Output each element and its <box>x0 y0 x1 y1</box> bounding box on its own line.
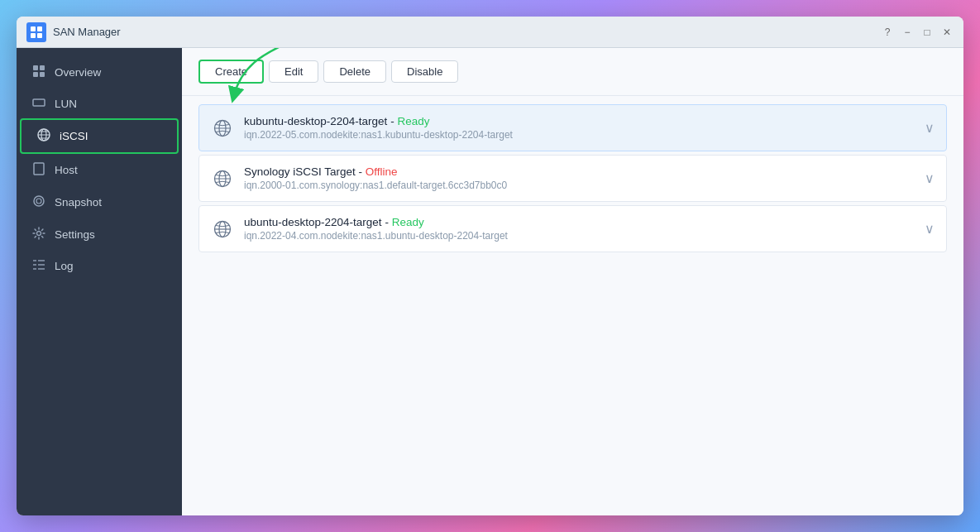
app-title: SAN Manager <box>53 26 881 38</box>
table-row[interactable]: ubuntu-desktop-2204-target - Ready iqn.2… <box>198 205 947 252</box>
titlebar: SAN Manager ? − □ ✕ <box>17 17 963 48</box>
sidebar-item-iscsi[interactable]: iSCSI <box>20 118 179 154</box>
log-icon <box>31 259 46 273</box>
target-status-1: Ready <box>397 115 429 127</box>
chevron-down-icon-1: ∨ <box>925 120 935 136</box>
sidebar-label-overview: Overview <box>55 66 101 79</box>
sidebar-label-log: Log <box>55 260 74 272</box>
svg-point-15 <box>34 196 44 206</box>
sidebar-item-settings[interactable]: Settings <box>17 218 182 251</box>
sidebar-item-host[interactable]: Host <box>17 154 182 186</box>
svg-rect-2 <box>31 33 36 38</box>
target-name-1: kubuntu-desktop-2204-target - Ready <box>244 115 918 127</box>
svg-rect-5 <box>40 65 45 70</box>
host-icon <box>31 162 46 178</box>
snapshot-icon <box>31 194 46 210</box>
target-iqn-1: iqn.2022-05.com.nodekite:nas1.kubuntu-de… <box>244 129 918 141</box>
edit-button[interactable]: Edit <box>269 60 318 83</box>
lun-icon <box>31 97 46 110</box>
globe-icon-3 <box>211 218 234 241</box>
sidebar-label-settings: Settings <box>55 228 95 241</box>
svg-rect-3 <box>37 33 42 38</box>
chevron-right-icon-3: ∨ <box>925 221 935 237</box>
svg-rect-1 <box>37 26 42 31</box>
table-row[interactable]: kubuntu-desktop-2204-target - Ready iqn.… <box>198 104 947 151</box>
svg-point-17 <box>37 232 41 236</box>
maximize-button[interactable]: □ <box>920 26 934 39</box>
svg-rect-0 <box>31 26 36 31</box>
svg-rect-14 <box>34 163 44 175</box>
chevron-right-icon-2: ∨ <box>925 170 935 186</box>
settings-icon <box>31 227 46 242</box>
disable-button[interactable]: Disable <box>391 60 458 83</box>
sidebar-item-snapshot[interactable]: Snapshot <box>17 186 182 218</box>
sidebar: Overview LUN <box>17 48 182 515</box>
toolbar: Create Edit Delete Disable <box>182 48 963 96</box>
main-content: Create Edit Delete Disable <box>182 48 963 515</box>
sidebar-label-host: Host <box>55 164 78 176</box>
svg-rect-8 <box>33 99 45 106</box>
window-controls: ? − □ ✕ <box>881 26 954 39</box>
target-info-1: kubuntu-desktop-2204-target - Ready iqn.… <box>244 115 918 141</box>
globe-icon-1 <box>211 117 234 140</box>
minimize-button[interactable]: − <box>901 26 914 39</box>
overview-icon <box>31 65 46 80</box>
svg-point-16 <box>36 199 41 204</box>
window-body: Overview LUN <box>17 48 963 515</box>
target-name-3: ubuntu-desktop-2204-target - Ready <box>244 216 918 228</box>
create-button[interactable]: Create <box>198 60 264 84</box>
target-info-3: ubuntu-desktop-2204-target - Ready iqn.2… <box>244 216 918 242</box>
main-window: SAN Manager ? − □ ✕ Overview <box>17 17 963 515</box>
target-status-3: Ready <box>392 216 424 228</box>
sidebar-item-log[interactable]: Log <box>17 251 182 281</box>
target-name-2: Synology iSCSI Target - Offline <box>244 165 918 178</box>
sidebar-label-snapshot: Snapshot <box>55 196 102 208</box>
target-iqn-2: iqn.2000-01.com.synology:nas1.default-ta… <box>244 180 918 191</box>
delete-button[interactable]: Delete <box>323 60 386 83</box>
sidebar-label-lun: LUN <box>55 98 77 110</box>
table-row[interactable]: Synology iSCSI Target - Offline iqn.2000… <box>198 155 947 202</box>
help-button[interactable]: ? <box>881 26 894 39</box>
target-info-2: Synology iSCSI Target - Offline iqn.2000… <box>244 165 918 191</box>
svg-rect-4 <box>33 65 38 70</box>
svg-rect-7 <box>40 72 45 77</box>
target-list: kubuntu-desktop-2204-target - Ready iqn.… <box>182 96 963 515</box>
globe-icon-2 <box>211 167 234 190</box>
iscsi-icon <box>36 128 51 144</box>
sidebar-item-lun[interactable]: LUN <box>17 89 182 118</box>
close-button[interactable]: ✕ <box>940 26 954 39</box>
svg-rect-6 <box>33 72 38 77</box>
sidebar-item-overview[interactable]: Overview <box>17 56 182 89</box>
app-logo <box>26 22 46 42</box>
sidebar-label-iscsi: iSCSI <box>60 130 88 142</box>
target-status-2: Offline <box>366 165 398 178</box>
target-iqn-3: iqn.2022-04.com.nodekite:nas1.ubuntu-des… <box>244 230 918 242</box>
